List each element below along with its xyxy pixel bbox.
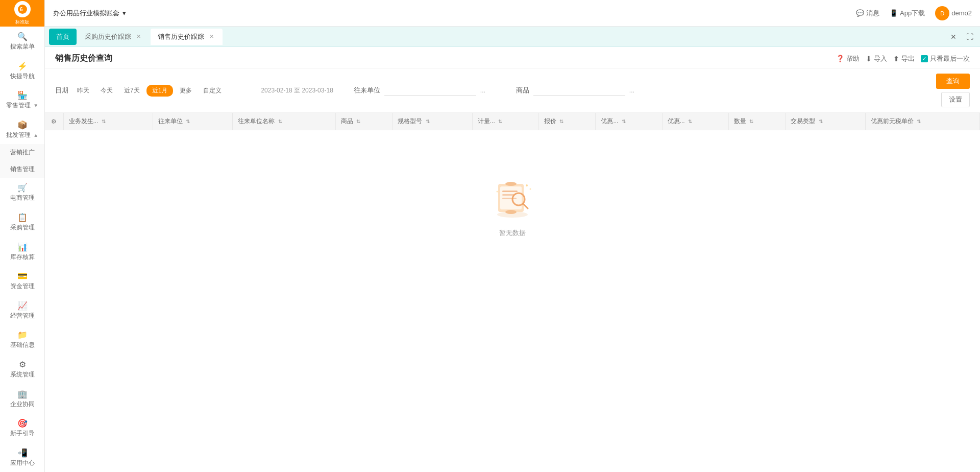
sidebar-item-marketing[interactable]: 营销推广 xyxy=(0,144,45,161)
sidebar-item-finance[interactable]: 💳 资金管理 xyxy=(0,266,45,296)
sort-unit-code-icon: ⇅ xyxy=(186,119,190,124)
product-input[interactable] xyxy=(533,85,625,96)
column-no-tax-price-label: 优惠前无税单价 xyxy=(871,117,914,125)
system-icon: ⚙ xyxy=(19,360,26,369)
column-quote-label: 报价 xyxy=(544,117,556,125)
export-button[interactable]: ⬆ 导出 xyxy=(893,54,915,63)
sidebar-item-appstore[interactable]: 📲 应用中心 xyxy=(0,443,45,472)
sidebar-item-quick-nav[interactable]: ⚡ 快捷导航 xyxy=(0,56,45,86)
query-button[interactable]: 查询 xyxy=(936,74,970,89)
checkbox-box: ✓ xyxy=(921,55,928,62)
column-biz-date-label: 业务发生... xyxy=(69,117,99,125)
sidebar-item-search[interactable]: 🔍 搜索菜单 xyxy=(0,27,45,56)
settings-button[interactable]: 设置 xyxy=(941,92,970,107)
sidebar-item-purchase[interactable]: 📋 采购管理 xyxy=(0,207,45,237)
source-unit-filter: 往来单位 ... xyxy=(354,85,485,96)
tab-home[interactable]: 首页 xyxy=(49,29,77,45)
column-trade-type[interactable]: 交易类型 ⇅ xyxy=(786,113,866,130)
column-unit[interactable]: 计量... ⇅ xyxy=(472,113,538,130)
sidebar-item-system[interactable]: ⚙ 系统管理 xyxy=(0,355,45,384)
sidebar-item-basic[interactable]: 📁 基础信息 xyxy=(0,325,45,355)
content-area: 销售历史价查询 ❓ 帮助 ⬇ 导入 ⬆ 导出 ✓ 只 xyxy=(45,47,980,472)
sidebar-item-quick-nav-label: 快捷导航 xyxy=(10,73,35,81)
sidebar-item-enterprise[interactable]: 🏢 企业协同 xyxy=(0,384,45,414)
inventory-icon: 📊 xyxy=(17,242,28,252)
column-biz-date[interactable]: 业务发生... ⇅ xyxy=(63,113,153,130)
sidebar-item-wholesale[interactable]: 📦 批发管理 ▲ xyxy=(0,115,45,145)
user-profile[interactable]: D demo2 xyxy=(935,6,972,20)
column-unit-name[interactable]: 往来单位名称 ⇅ xyxy=(233,113,336,130)
tab-sales-history-close[interactable]: ✕ xyxy=(207,33,215,41)
date-btn-yesterday[interactable]: 昨天 xyxy=(72,85,94,97)
source-unit-input[interactable] xyxy=(384,85,476,96)
sidebar-item-marketing-label: 营销推广 xyxy=(10,148,35,157)
sidebar-item-guide-label: 新手引导 xyxy=(10,430,35,438)
sidebar-item-operation[interactable]: 📈 经营管理 xyxy=(0,296,45,325)
column-spec-label: 规格型号 xyxy=(398,117,422,125)
svg-point-12 xyxy=(526,184,528,186)
retail-icon: 🏪 xyxy=(17,90,28,100)
column-unit-code-label: 往来单位 xyxy=(158,117,183,125)
filter-bar: 日期 昨天 今天 近7天 近1月 更多 自定义 2023-02-18 至 202… xyxy=(45,68,980,113)
app-download-button[interactable]: 📱 App下载 xyxy=(890,9,925,18)
column-product-label: 商品 xyxy=(341,117,353,125)
date-btn-last7[interactable]: 近7天 xyxy=(119,85,144,97)
sidebar-item-inventory[interactable]: 📊 库存核算 xyxy=(0,237,45,267)
avatar: D xyxy=(935,6,949,20)
date-btn-last1m[interactable]: 近1月 xyxy=(146,85,174,97)
tab-purchase-history-close[interactable]: ✕ xyxy=(134,33,142,41)
table-header-row: ⚙ 业务发生... ⇅ 往来单位 ⇅ 往来单位名称 ⇅ xyxy=(45,113,980,130)
gear-icon: ⚙ xyxy=(51,118,57,125)
empty-state: 暂无数据 xyxy=(45,130,980,278)
sidebar-item-enterprise-label: 企业协同 xyxy=(10,400,35,409)
column-discount2[interactable]: 优惠... ⇅ xyxy=(662,113,728,130)
table-container: ⚙ 业务发生... ⇅ 往来单位 ⇅ 往来单位名称 ⇅ xyxy=(45,113,980,278)
sort-biz-date-icon: ⇅ xyxy=(102,119,106,124)
message-icon: 💬 xyxy=(856,9,864,17)
sort-discount2-icon: ⇅ xyxy=(688,119,692,124)
column-unit-name-label: 往来单位名称 xyxy=(238,117,275,125)
page-title: 销售历史价查询 xyxy=(55,53,112,64)
tab-purchase-history[interactable]: 采购历史价跟踪 ✕ xyxy=(78,29,150,45)
svg-rect-7 xyxy=(502,198,517,199)
topbar-chevron-icon[interactable]: ▾ xyxy=(122,9,126,17)
date-btn-more[interactable]: 更多 xyxy=(175,85,197,97)
column-gear[interactable]: ⚙ xyxy=(45,113,63,130)
help-button[interactable]: ❓ 帮助 xyxy=(836,54,860,63)
date-btn-today[interactable]: 今天 xyxy=(96,85,117,97)
column-no-tax-price[interactable]: 优惠前无税单价 ⇅ xyxy=(865,113,979,130)
column-qty[interactable]: 数量 ⇅ xyxy=(728,113,785,130)
column-product[interactable]: 商品 ⇅ xyxy=(335,113,392,130)
sort-qty-icon: ⇅ xyxy=(749,119,753,124)
sidebar-item-guide[interactable]: 🎯 新手引导 xyxy=(0,413,45,443)
import-icon: ⬇ xyxy=(866,55,872,63)
column-spec[interactable]: 规格型号 ⇅ xyxy=(393,113,473,130)
column-quote[interactable]: 报价 ⇅ xyxy=(539,113,596,130)
svg-point-10 xyxy=(505,182,517,186)
date-filter-group: 日期 昨天 今天 近7天 近1月 更多 自定义 xyxy=(55,85,226,97)
date-btn-custom[interactable]: 自定义 xyxy=(199,85,226,97)
empty-text: 暂无数据 xyxy=(499,228,526,238)
app-download-icon: 📱 xyxy=(890,9,898,17)
source-unit-ellipsis[interactable]: ... xyxy=(480,87,485,94)
sidebar-item-sales[interactable]: 销售管理 xyxy=(0,161,45,178)
sidebar-item-system-label: 系统管理 xyxy=(10,371,35,379)
column-trade-type-label: 交易类型 xyxy=(791,117,815,125)
topbar-title: 办公用品行业模拟账套 ▾ xyxy=(53,9,126,18)
tab-purchase-history-label: 采购历史价跟踪 xyxy=(85,32,131,41)
message-button[interactable]: 💬 消息 xyxy=(856,9,879,18)
sidebar-item-ecommerce[interactable]: 🛒 电商管理 xyxy=(0,178,45,207)
fullscreen-button[interactable]: ⛶ xyxy=(964,31,976,43)
last-only-checkbox[interactable]: ✓ 只看最后一次 xyxy=(921,54,970,63)
help-icon: ❓ xyxy=(836,55,844,62)
tab-sales-history[interactable]: 销售历史价跟踪 ✕ xyxy=(151,29,223,45)
sidebar-item-wholesale-label: 批发管理 ▲ xyxy=(6,131,38,139)
column-discount1[interactable]: 优惠... ⇅ xyxy=(596,113,662,130)
sidebar-item-retail[interactable]: 🏪 零售管理 ▼ xyxy=(0,85,45,115)
column-unit-code[interactable]: 往来单位 ⇅ xyxy=(153,113,233,130)
import-button[interactable]: ⬇ 导入 xyxy=(866,54,887,63)
search-icon: 🔍 xyxy=(17,32,28,41)
product-filter: 商品 ... xyxy=(516,85,634,96)
close-all-tabs-button[interactable]: ✕ xyxy=(947,31,960,43)
product-ellipsis[interactable]: ... xyxy=(629,87,634,94)
